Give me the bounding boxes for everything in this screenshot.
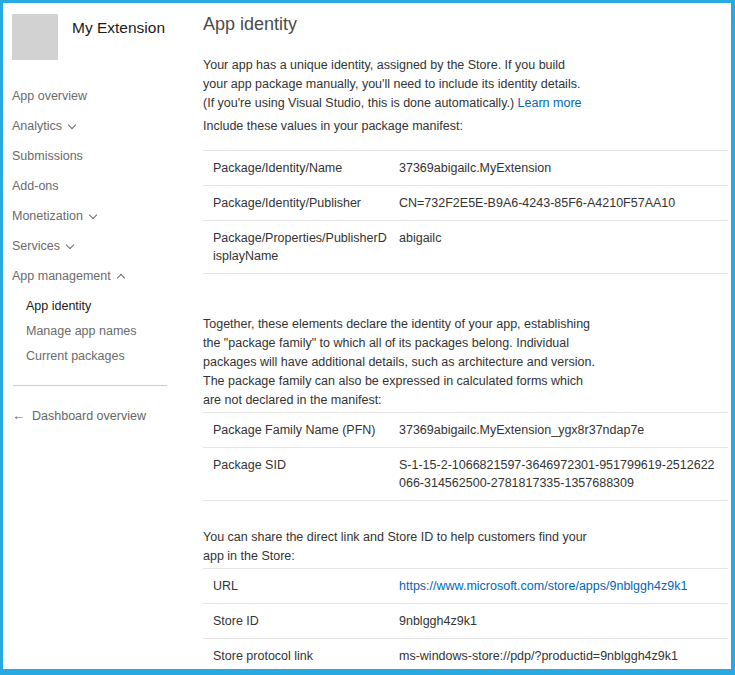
app-identity-page: My Extension App overview Analytics Subm… [0, 0, 735, 675]
row-value: 37369abigailc.MyExtension_ygx8r37ndap7e [399, 421, 720, 439]
sidebar-item-label: Analytics [12, 119, 62, 133]
app-title: My Extension [72, 19, 165, 37]
store-link-table: URL https://www.microsoft.com/store/apps… [203, 568, 728, 673]
sidebar-item-manage-app-names[interactable]: Manage app names [12, 324, 194, 341]
sidebar-item-label: Add-ons [12, 179, 59, 193]
sidebar-item-label: Submissions [12, 149, 83, 163]
row-value: CN=732F2E5E-B9A6-4243-85F6-A4210F57AA10 [399, 194, 720, 212]
back-link-label: Dashboard overview [32, 409, 146, 423]
main-content: App identity Your app has a unique ident… [203, 0, 728, 675]
row-value: abigailc [399, 229, 720, 265]
sidebar-item-app-management[interactable]: App management [12, 269, 194, 286]
sidebar-item-label: Services [12, 239, 60, 253]
learn-more-link[interactable]: Learn more [518, 96, 582, 110]
table-row: URL https://www.microsoft.com/store/apps… [203, 568, 728, 603]
row-value: 9nblggh4z9k1 [399, 612, 720, 630]
sidebar-item-submissions[interactable]: Submissions [12, 149, 194, 166]
store-url-link[interactable]: https://www.microsoft.com/store/apps/9nb… [399, 579, 687, 593]
sidebar-item-label: App management [12, 269, 111, 283]
sidebar-nav: App overview Analytics Submissions Add-o… [12, 89, 194, 374]
sidebar-item-monetization[interactable]: Monetization [12, 209, 194, 226]
app-logo-placeholder [12, 14, 58, 60]
table-row: Store protocol link ms-windows-store://p… [203, 638, 728, 673]
family-paragraph: Together, these elements declare the ide… [203, 315, 623, 372]
row-label: Package SID [213, 456, 399, 492]
dashboard-overview-link[interactable]: Dashboard overview [12, 408, 146, 423]
sidebar-item-label: Current packages [26, 349, 125, 363]
row-label: Store protocol link [213, 647, 399, 665]
sidebar-item-app-identity[interactable]: App identity [12, 299, 194, 316]
chevron-down-icon [89, 211, 97, 219]
table-row: Package/Identity/Publisher CN=732F2E5E-B… [203, 185, 728, 220]
row-label: URL [213, 577, 399, 595]
sidebar-item-app-overview[interactable]: App overview [12, 89, 194, 106]
sidebar-item-add-ons[interactable]: Add-ons [12, 179, 194, 196]
table-row: Store ID 9nblggh4z9k1 [203, 603, 728, 638]
table-row: Package/Identity/Name 37369abigailc.MyEx… [203, 150, 728, 185]
row-label: Package Family Name (PFN) [213, 421, 399, 439]
calculated-forms-paragraph: The package family can also be expressed… [203, 372, 623, 410]
sidebar-item-label: Monetization [12, 209, 83, 223]
manifest-values-table: Package/Identity/Name 37369abigailc.MyEx… [203, 150, 728, 274]
manifest-heading: Include these values in your package man… [203, 117, 623, 136]
intro-paragraph: Your app has a unique identity, assigned… [203, 56, 623, 113]
row-value: S-1-15-2-1066821597-3646972301-951799619… [399, 456, 720, 492]
table-row: Package Family Name (PFN) 37369abigailc.… [203, 412, 728, 447]
chevron-down-icon [66, 241, 74, 249]
table-row: Package/Properties/PublisherDisplayName … [203, 220, 728, 273]
sidebar-item-label: App identity [26, 299, 91, 313]
row-label: Store ID [213, 612, 399, 630]
row-label: Package/Identity/Name [213, 159, 399, 177]
sidebar-item-label: Manage app names [26, 324, 137, 338]
row-value: 37369abigailc.MyExtension [399, 159, 720, 177]
sidebar-item-analytics[interactable]: Analytics [12, 119, 194, 136]
sidebar-divider [13, 385, 167, 386]
row-value: ms-windows-store://pdp/?productid=9nblgg… [399, 647, 720, 665]
table-row: Package SID S-1-15-2-1066821597-36469723… [203, 447, 728, 500]
page-title: App identity [203, 14, 297, 35]
sidebar-item-current-packages[interactable]: Current packages [12, 349, 194, 366]
chevron-down-icon [68, 121, 76, 129]
chevron-up-icon [116, 274, 124, 282]
sidebar-item-label: App overview [12, 89, 87, 103]
package-family-table: Package Family Name (PFN) 37369abigailc.… [203, 412, 728, 501]
share-paragraph: You can share the direct link and Store … [203, 528, 623, 566]
sidebar-item-services[interactable]: Services [12, 239, 194, 256]
row-label: Package/Properties/PublisherDisplayName [213, 229, 399, 265]
row-label: Package/Identity/Publisher [213, 194, 399, 212]
